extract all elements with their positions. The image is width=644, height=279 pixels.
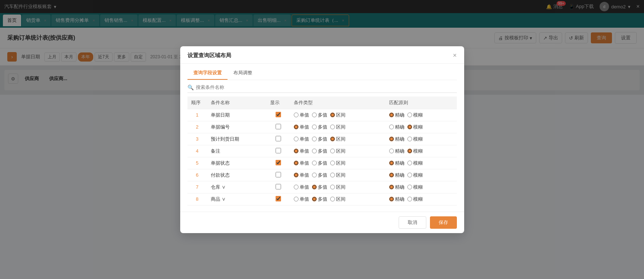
dialog-close-button[interactable]: ×: [453, 52, 457, 59]
modal-overlay: 设置查询区域布局 × 查询字段设置 布局调整 🔍: [0, 0, 644, 95]
search-icon: 🔍: [187, 85, 194, 90]
dialog-tab-layout-label: 布局调整: [233, 70, 252, 75]
dialog-tab-fields[interactable]: 查询字段设置: [187, 67, 228, 80]
dialog-tab-fields-label: 查询字段设置: [193, 70, 222, 75]
dialog-header: 设置查询区域布局 ×: [180, 46, 464, 64]
dialog-title: 设置查询区域布局: [187, 52, 231, 59]
dialog-tab-bar: 查询字段设置 布局调整: [187, 64, 457, 80]
dialog-body: 查询字段设置 布局调整 🔍 顺序 条件名称 显示: [180, 64, 464, 95]
dialog-tab-layout[interactable]: 布局调整: [228, 67, 258, 80]
search-bar: 🔍: [187, 85, 457, 93]
dialog-settings: 设置查询区域布局 × 查询字段设置 布局调整 🔍: [180, 46, 464, 95]
search-input[interactable]: [196, 85, 269, 90]
